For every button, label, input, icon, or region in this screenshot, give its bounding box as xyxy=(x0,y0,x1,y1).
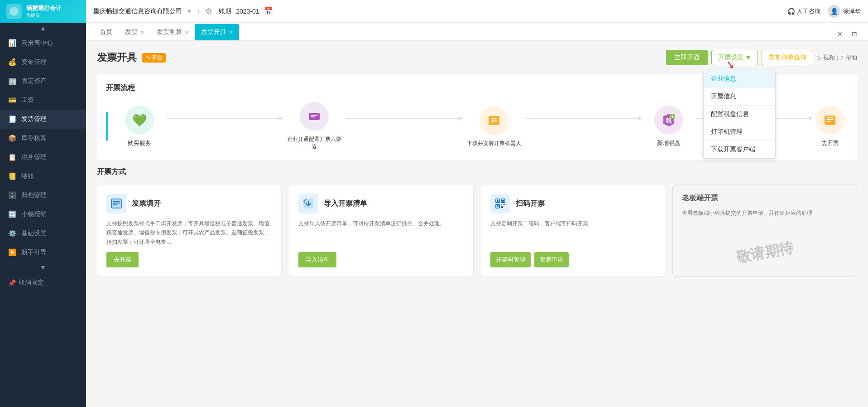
flow-step-add-tax: 税 + 新增税盘 xyxy=(642,106,696,147)
page-title: 发票开具 xyxy=(97,51,137,64)
settings-sidebar-icon: ⚙️ xyxy=(8,229,17,237)
dropdown-item-printer[interactable]: 打印机管理 xyxy=(704,123,775,141)
username: 徐泽华 xyxy=(843,7,861,15)
settings-dropdown-arrow: ▼ xyxy=(745,54,752,61)
settle-icon: 📒 xyxy=(8,172,17,180)
sidebar-label-settle: 结账 xyxy=(21,172,34,180)
sidebar-scroll-down[interactable]: ▼ xyxy=(0,262,86,273)
scan-card-header: 扫码开票 xyxy=(490,194,656,213)
flow-connector-1 xyxy=(167,118,283,119)
sidebar-scroll-up[interactable]: ▲ xyxy=(0,23,86,34)
sidebar-label-inventory: 库存核算 xyxy=(21,134,47,142)
svg-rect-22 xyxy=(111,199,112,208)
tab-home[interactable]: 首页 xyxy=(93,24,119,40)
tab-maximize-btn[interactable]: ⊡ xyxy=(848,28,861,40)
config-icon xyxy=(300,102,329,131)
consultant-btn[interactable]: 🎧 人工咨询 xyxy=(787,7,820,15)
status-badge: 待开通 xyxy=(142,53,166,63)
flow-step-download: 下载并安装开票机器人 xyxy=(462,106,526,147)
activate-btn[interactable]: 立即开通 xyxy=(666,50,708,65)
go-open-icon xyxy=(815,106,844,135)
tab-invoice-calc-close[interactable]: ✕ xyxy=(185,30,188,35)
period-label: 账期 xyxy=(219,7,231,15)
sidebar-item-inventory[interactable]: 📦 库存核算 xyxy=(0,129,86,148)
svg-rect-19 xyxy=(113,201,120,202)
sidebar-item-invoice[interactable]: 🧾 发票管理 xyxy=(0,110,86,129)
svg-rect-4 xyxy=(311,116,315,117)
flow-arrow-1 xyxy=(279,116,285,121)
scan-code-mgmt-btn[interactable]: 开票码管理 xyxy=(490,252,531,267)
tab-invoice-close[interactable]: ✕ xyxy=(140,30,144,35)
settings-dropdown: ➘ 企业信息 开票信息 配置税盘信息 xyxy=(703,70,776,159)
invoice-icon: 🧾 xyxy=(8,115,17,123)
consultant-label: 人工咨询 xyxy=(797,7,820,15)
tab-invoice-open-close[interactable]: ✕ xyxy=(229,30,233,35)
tab-close-btn[interactable]: ✕ xyxy=(834,28,846,40)
import-card-header: 导入开票清单 xyxy=(298,194,464,213)
fill-icon xyxy=(106,194,126,213)
sidebar-label-fund: 资金管理 xyxy=(21,58,47,66)
company-name[interactable]: 重庆畅捷交通信息咨询有限公司 xyxy=(93,7,182,15)
tab-invoice-open[interactable]: 发票开具 ✕ xyxy=(195,24,239,40)
archive-icon: 🗄️ xyxy=(8,191,17,199)
sidebar-item-settings[interactable]: ⚙️ 基础设置 xyxy=(0,224,86,243)
help-icon: ? xyxy=(840,54,844,61)
calendar-icon[interactable]: 📅 xyxy=(264,7,273,15)
add-company-icon[interactable]: + xyxy=(197,7,201,15)
pin-icon: 📌 xyxy=(8,279,16,286)
add-tax-label: 新增税盘 xyxy=(657,139,681,147)
method-card-boss: 老板端开票 查看老板端小程序提交的开票申请，并作出相应的处理 敬请期待 xyxy=(672,184,857,277)
scan-btns: 开票码管理 查看申请 xyxy=(490,252,656,267)
period-value: 2023-01 xyxy=(236,8,259,15)
sidebar-item-settle[interactable]: 📒 结账 xyxy=(0,167,86,186)
svg-rect-30 xyxy=(497,205,499,207)
tab-invoice[interactable]: 发票 ✕ xyxy=(119,24,150,40)
svg-rect-14 xyxy=(826,117,834,118)
sidebar-item-report[interactable]: 🔄 小畅报销 xyxy=(0,205,86,224)
import-desc: 支持导入待开票清单，可对待开票清单进行拆分、合并处理。 xyxy=(298,219,464,247)
flow-arrow-2 xyxy=(459,116,465,121)
dropdown-item-tax-config[interactable]: 配置税盘信息 xyxy=(704,106,775,123)
download-label: 下载并安装开票机器人 xyxy=(467,140,521,147)
content-area: 首页 发票 ✕ 发票测算 ✕ 发票开具 ✕ ✕ ⊡ xyxy=(86,23,868,407)
sidebar-label-report: 小畅报销 xyxy=(21,210,47,218)
download-icon xyxy=(480,106,508,135)
sidebar-item-archive[interactable]: 🗄️ 归档管理 xyxy=(0,186,86,205)
cancel-fixed-btn[interactable]: 📌 取消固定 xyxy=(0,273,86,292)
company-dropdown-icon[interactable]: ▼ xyxy=(187,8,192,15)
scan-icon xyxy=(490,194,510,213)
settings-icon[interactable]: ⚙ xyxy=(205,6,212,16)
svg-rect-29 xyxy=(502,200,504,202)
page-title-area: 发票开具 待开通 xyxy=(97,51,166,64)
flow-step-buy: 💚 购买服务 xyxy=(112,106,167,147)
salary-icon: 💳 xyxy=(8,96,17,104)
fill-btn[interactable]: 去开票 xyxy=(106,252,139,267)
sidebar-label-settings: 基础设置 xyxy=(21,229,47,237)
sidebar-item-guide[interactable]: ▶️ 新手引导 xyxy=(0,243,86,262)
help-area: ▷ 视频 | ? 帮助 xyxy=(817,53,857,62)
help-label[interactable]: 帮助 xyxy=(845,53,857,62)
sidebar-item-salary[interactable]: 💳 工资 xyxy=(0,91,86,110)
tab-bar: 首页 发票 ✕ 发票测算 ✕ 发票开具 ✕ ✕ ⊡ xyxy=(86,23,868,41)
svg-rect-16 xyxy=(826,121,831,122)
sidebar-item-fund[interactable]: 💰 资金管理 xyxy=(0,53,86,72)
play-icon: ▷ xyxy=(817,54,821,61)
user-info[interactable]: 👤 徐泽华 xyxy=(828,5,861,18)
sidebar-item-fixed-assets[interactable]: 🏢 固定资产 xyxy=(0,72,86,91)
dropdown-item-invoice-info[interactable]: 开票信息 xyxy=(704,88,775,105)
scan-title: 扫码开票 xyxy=(516,199,545,208)
dropdown-item-company-info[interactable]: 企业信息 xyxy=(704,70,775,87)
svg-rect-6 xyxy=(491,118,497,119)
sidebar-item-tax[interactable]: 📋 税务管理 xyxy=(0,148,86,167)
flow-connector-3 xyxy=(526,118,642,119)
import-btn[interactable]: 导入清单 xyxy=(298,252,336,267)
abnormal-btn[interactable]: 异常清单查询 xyxy=(762,50,813,65)
dropdown-item-download-client[interactable]: 下载开票客户端 xyxy=(704,141,775,158)
go-open-label: 去开票 xyxy=(821,139,839,147)
sidebar-label-invoice: 发票管理 xyxy=(21,115,47,123)
sidebar-item-cloud-report[interactable]: 📊 云报表中心 xyxy=(0,34,86,53)
flow-accent-line xyxy=(106,112,108,141)
video-label[interactable]: 视频 xyxy=(823,53,835,62)
scan-view-apply-btn[interactable]: 查看申请 xyxy=(534,252,569,267)
tab-invoice-calc[interactable]: 发票测算 ✕ xyxy=(150,24,195,40)
